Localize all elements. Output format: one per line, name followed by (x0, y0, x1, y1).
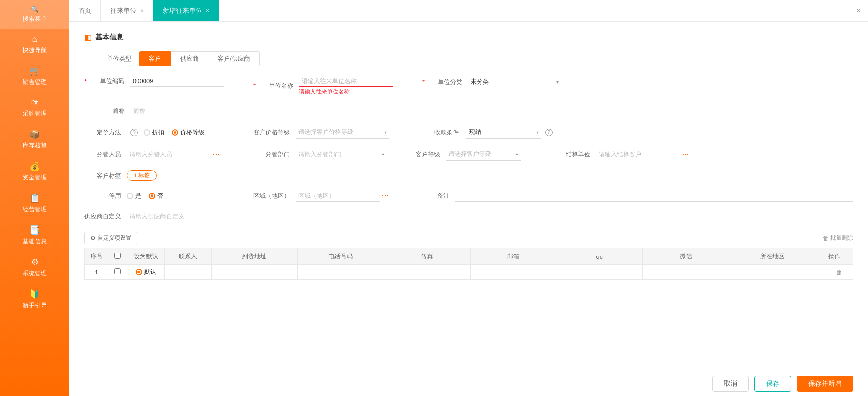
unit-category-field: * 单位分类 未分类 ▾ (422, 76, 572, 88)
payment-terms-label: 收款条件 (422, 128, 464, 137)
customer-price-level-select[interactable]: 请选择客户价格等级 ▾ (296, 126, 389, 139)
pricing-radio-group: 折扣 价格等级 (144, 128, 205, 137)
table-header: 序号 设为默认 联系人 到货地址 电话号码 传真 邮箱 qq (85, 248, 853, 265)
form-row-6: 停用 是 否 (84, 190, 853, 202)
row-fax-input[interactable] (389, 269, 465, 276)
row-contact-input[interactable] (169, 269, 206, 276)
manager-input[interactable] (127, 149, 211, 160)
unit-type-supplier[interactable]: 供应商 (171, 51, 208, 66)
disabled-yes-option[interactable]: 是 (127, 192, 141, 200)
unit-type-both[interactable]: 客户/供应商 (208, 51, 260, 66)
sidebar-item-guide[interactable]: 🔰 新手引导 (0, 283, 69, 315)
supplier-custom-field: 供应商自定义 (84, 211, 235, 222)
row-default-radio-item[interactable]: 默认 (132, 268, 160, 276)
search-icon: 🔍 (31, 6, 38, 13)
settlement-unit-input[interactable] (596, 149, 680, 160)
sidebar-item-finance[interactable]: 💰 资金管理 (0, 155, 69, 187)
sidebar-item-operations[interactable]: 📋 经营管理 (0, 187, 69, 219)
save-button[interactable]: 保存 (754, 376, 791, 392)
unit-category-label: 单位分类 (426, 78, 468, 86)
pricing-method-hint[interactable]: ? (130, 129, 138, 136)
row-address-input[interactable] (216, 269, 293, 276)
row-fax[interactable] (384, 265, 470, 280)
tab-new-partner-close[interactable]: × (206, 8, 209, 14)
row-region[interactable] (729, 265, 815, 280)
payment-terms-chevron: ▾ (536, 130, 539, 135)
region-more-btn[interactable]: ··· (382, 192, 389, 200)
tab-home[interactable]: 首页 (69, 0, 101, 21)
col-contact: 联系人 (165, 248, 212, 265)
sidebar-purchase-label: 采购管理 (23, 109, 47, 118)
settlement-unit-more-btn[interactable]: ··· (682, 151, 689, 158)
row-contact[interactable] (165, 265, 212, 280)
col-num: 序号 (85, 248, 108, 265)
row-email-input[interactable] (475, 269, 552, 276)
row-add-btn[interactable]: + (828, 269, 832, 276)
pricing-discount-option[interactable]: 折扣 (144, 128, 164, 137)
row-phone-input[interactable] (303, 269, 379, 276)
row-address[interactable] (212, 265, 298, 280)
department-field: 分管部门 ▾ (253, 149, 385, 160)
short-name-label: 简称 (88, 107, 130, 115)
form-row-7: 供应商自定义 (84, 211, 853, 222)
disabled-no-option[interactable]: 否 (149, 192, 163, 200)
row-wechat-input[interactable] (647, 269, 724, 276)
sidebar-item-purchase[interactable]: 🛍 采购管理 (0, 92, 69, 124)
row-ops: + 🗑 (815, 265, 853, 280)
sidebar-finance-label: 资金管理 (23, 173, 47, 182)
customer-level-select[interactable]: 请选择客户等级 ▾ (446, 148, 521, 161)
region-input[interactable] (296, 190, 380, 202)
customer-price-level-label: 客户价格等级 (253, 128, 296, 137)
form-row-5: 客户标签 + 标签 (84, 170, 853, 181)
tab-partners[interactable]: 往来单位 × (101, 0, 153, 21)
row-wechat[interactable] (643, 265, 729, 280)
remark-input[interactable] (455, 190, 853, 202)
sidebar-basic-info-label: 基础信息 (23, 237, 47, 246)
manager-more-btn[interactable]: ··· (213, 151, 220, 158)
sidebar-item-inventory[interactable]: 📦 库存核算 (0, 124, 69, 155)
col-address: 到货地址 (212, 248, 298, 265)
row-phone[interactable] (297, 265, 384, 280)
sidebar-sales-label: 销售管理 (23, 78, 47, 86)
tab-new-partner[interactable]: 新增往来单位 × (153, 0, 219, 21)
department-input[interactable] (296, 149, 380, 160)
row-num: 1 (85, 265, 108, 280)
main-area: 首页 往来单位 × 新增往来单位 × × ◧ 基本信息 单 (69, 0, 868, 396)
col-wechat: 微信 (643, 248, 729, 265)
sidebar-search-label: 搜索菜单 (23, 15, 47, 23)
payment-terms-hint[interactable]: ? (545, 129, 553, 136)
pricing-level-option[interactable]: 价格等级 (172, 128, 205, 137)
unit-type-customer[interactable]: 客户 (139, 51, 171, 66)
close-all-tabs[interactable]: × (856, 7, 860, 15)
cancel-button[interactable]: 取消 (712, 376, 749, 392)
row-qq-input[interactable] (561, 269, 638, 276)
row-region-input[interactable] (734, 269, 810, 276)
row-select-checkbox[interactable] (114, 268, 121, 274)
row-delete-btn[interactable]: 🗑 (836, 269, 842, 276)
sidebar-item-sales[interactable]: 🛒 销售管理 (0, 60, 69, 92)
short-name-input[interactable] (130, 105, 224, 116)
tab-partners-close[interactable]: × (140, 8, 144, 14)
custom-setting-btn[interactable]: ⚙ 自定义项设置 (84, 232, 137, 244)
sidebar-system-label: 系统管理 (23, 269, 47, 278)
sidebar-guide-label: 新手引导 (23, 301, 47, 310)
unit-code-input[interactable] (130, 76, 224, 87)
unit-name-required: * (253, 82, 256, 89)
disabled-radio-group: 是 否 (127, 192, 163, 200)
unit-category-select[interactable]: 未分类 ▾ (468, 76, 562, 88)
save-new-button[interactable]: 保存并新增 (797, 376, 853, 392)
sidebar-item-basic-info[interactable]: 📑 基础信息 (0, 219, 69, 251)
add-tag-btn[interactable]: + 标签 (127, 170, 157, 181)
batch-delete-btn[interactable]: 🗑 批量删除 (823, 234, 853, 242)
sidebar-item-search[interactable]: 🔍 搜索菜单 (0, 0, 69, 29)
supplier-custom-input[interactable] (127, 211, 221, 222)
sidebar-item-system[interactable]: ⚙ 系统管理 (0, 251, 69, 283)
payment-terms-select[interactable]: 现结 ▾ (466, 126, 541, 139)
unit-name-input[interactable] (299, 76, 393, 87)
row-qq[interactable] (556, 265, 643, 280)
table-actions: ⚙ 自定义项设置 🗑 批量删除 (84, 232, 853, 244)
select-all-checkbox[interactable] (114, 253, 121, 259)
sidebar-item-quick-nav[interactable]: ⌂ 快捷导航 (0, 29, 69, 60)
region-field: 区域（地区） ··· (253, 190, 394, 202)
row-email[interactable] (470, 265, 556, 280)
